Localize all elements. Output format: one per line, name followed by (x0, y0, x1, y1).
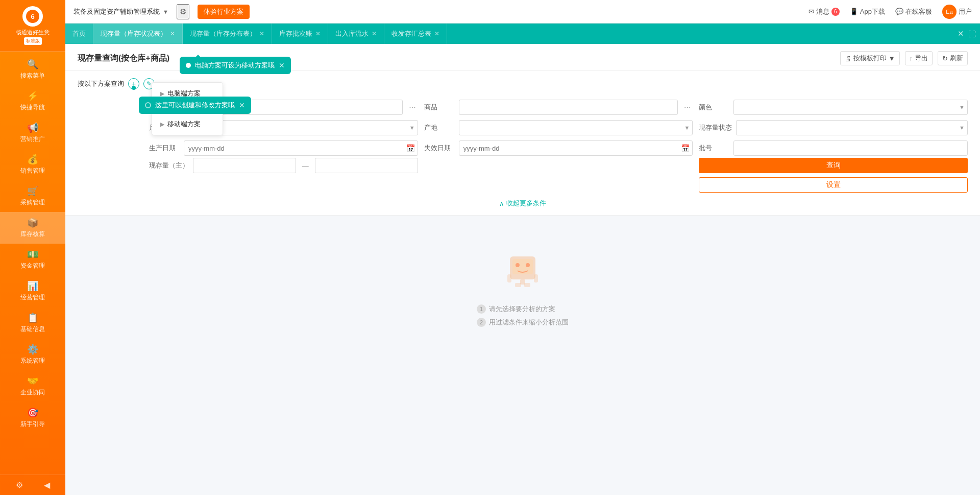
empty-tip-2: 用过滤条件来缩小分析范围 (489, 316, 569, 329)
support-label: 在线客服 (905, 7, 932, 16)
tab-inventory-dist[interactable]: 现存量（库存分布表） ✕ (183, 23, 272, 44)
color-label: 颜色 (699, 103, 729, 112)
message-badge: 6 (831, 8, 840, 16)
empty-tip-1: 请先选择要分析的方案 (489, 302, 555, 316)
gear-button[interactable]: ⚙ (177, 4, 189, 19)
origin-label: 产地 (424, 123, 455, 132)
empty-tip-1-row: 1 请先选择要分析的方案 (477, 302, 569, 316)
production-date-label: 生产日期 (149, 144, 180, 153)
warehouse-dots[interactable]: ··· (407, 103, 418, 112)
collapse-sidebar-button[interactable]: ◀ (44, 480, 50, 490)
app-download-item[interactable]: 📱 App下载 (850, 7, 885, 16)
tooltip-2-close[interactable]: ✕ (239, 101, 245, 109)
batch-input[interactable] (733, 140, 968, 156)
system-name: 装备及固定资产辅助管理系统 ▼ (74, 7, 168, 16)
origin-select[interactable] (459, 120, 693, 135)
tab-batch[interactable]: 库存批次账 ✕ (272, 23, 328, 44)
tab-inventory-status[interactable]: 现存量（库存状况表） ✕ (93, 23, 183, 44)
tab-flow-label: 出入库流水 (335, 29, 369, 38)
filter-add-button[interactable]: + (128, 78, 139, 89)
sidebar-item-guide[interactable]: 🎯 新手引导 (0, 402, 65, 434)
collapse-button[interactable]: ∧ 收起更多条件 (499, 199, 546, 208)
top-header: 装备及固定资产辅助管理系统 ▼ ⚙ 体验行业方案 ✉ 消息 6 📱 App下载 … (65, 0, 980, 23)
tab-flow[interactable]: 出入库流水 ✕ (328, 23, 384, 44)
settings-button[interactable]: ⚙ (16, 480, 23, 490)
tooltip-1-close[interactable]: ✕ (279, 61, 285, 69)
empty-illustration (497, 246, 548, 292)
export-button[interactable]: ↑ 导出 (905, 51, 933, 65)
sidebar-item-basic[interactable]: 📋 基础信息 (0, 307, 65, 339)
sidebar-item-sales[interactable]: 💰 销售管理 (0, 149, 65, 180)
tab-close-all-icon[interactable]: ✕ (958, 29, 964, 38)
print-icon: 🖨 (845, 55, 851, 62)
svg-rect-10 (524, 283, 530, 287)
tab-fullscreen-icon[interactable]: ⛶ (968, 30, 976, 38)
scheme-mobile-item[interactable]: ▶ 移动端方案 (152, 116, 223, 132)
expiry-date-input[interactable] (459, 140, 693, 156)
refresh-button[interactable]: ↻ 刷新 (938, 51, 968, 65)
system-dropdown-icon[interactable]: ▼ (163, 9, 168, 15)
sidebar-item-label: 采购管理 (20, 198, 45, 207)
sidebar-item-label: 新手引导 (20, 420, 45, 429)
range-dash: — (300, 162, 311, 170)
sidebar-item-inventory[interactable]: 📦 库存核算 (0, 212, 65, 244)
user-item[interactable]: Ea 用户 (942, 5, 972, 19)
support-item[interactable]: 💬 在线客服 (895, 7, 932, 16)
tab-inventory-status-close[interactable]: ✕ (170, 31, 175, 37)
stock-qty-min-input[interactable] (193, 158, 296, 173)
tab-home-label: 首页 (72, 29, 86, 38)
reset-button[interactable]: 设置 (699, 177, 968, 193)
message-item[interactable]: ✉ 消息 6 (808, 7, 840, 16)
tree-expand-icon: ▶ (160, 90, 164, 97)
stock-status-select[interactable] (736, 120, 968, 135)
color-select[interactable] (733, 100, 968, 115)
sales-icon: 💰 (27, 154, 38, 165)
tab-batch-close[interactable]: ✕ (315, 31, 321, 37)
guide-icon: 🎯 (27, 407, 38, 418)
product-dots[interactable]: ··· (682, 103, 693, 112)
tab-summary[interactable]: 收发存汇总表 ✕ (384, 23, 447, 44)
search-button[interactable]: 查询 (699, 158, 968, 173)
search-btn-col: 查询 设置 (699, 158, 968, 193)
search-icon: 🔍 (27, 59, 38, 70)
trial-button[interactable]: 体验行业方案 (198, 5, 250, 19)
export-label: 导出 (915, 54, 928, 63)
stock-qty-max-input[interactable] (315, 158, 418, 173)
collapse-label: 收起更多条件 (506, 199, 546, 208)
export-icon: ↑ (910, 55, 913, 62)
sidebar-item-enterprise[interactable]: 🤝 企业协同 (0, 370, 65, 402)
sidebar-item-label: 系统管理 (20, 357, 45, 365)
color-select-wrap: ▼ (733, 100, 968, 115)
sidebar-item-system[interactable]: ⚙️ 系统管理 (0, 339, 65, 370)
tab-inventory-dist-close[interactable]: ✕ (259, 31, 264, 37)
svg-point-5 (526, 263, 530, 267)
product-field: 商品 ··· (424, 100, 693, 115)
print-button[interactable]: 🖨 按模板打印 ▼ (840, 51, 900, 65)
basic-icon: 📋 (27, 312, 38, 323)
logo-badge: 标准版 (24, 37, 42, 45)
logo-text: 畅通道好生意 (16, 29, 50, 36)
dot-indicator (132, 86, 136, 90)
expiry-date-label: 失效日期 (424, 144, 455, 153)
batch-label: 批号 (699, 144, 729, 153)
tooltip-dot-2 (145, 102, 151, 108)
sidebar-item-operation[interactable]: 📊 经营管理 (0, 275, 65, 307)
system-icon: ⚙️ (27, 344, 38, 355)
expiry-date-wrap: 📅 (459, 140, 693, 156)
tab-summary-close[interactable]: ✕ (434, 31, 439, 37)
sidebar-item-search[interactable]: 🔍 搜索菜单 (0, 54, 65, 85)
product-label: 商品 (424, 103, 455, 112)
tab-flow-close[interactable]: ✕ (372, 31, 377, 37)
filter-header: 按以下方案查询 + ✎ « 电脑方案可设为移动方案哦 ✕ ▶ 电 (78, 78, 968, 93)
sidebar-item-purchase[interactable]: 🛒 采购管理 (0, 180, 65, 212)
product-input[interactable] (459, 100, 678, 115)
tab-home[interactable]: 首页 (65, 23, 93, 44)
sidebar-item-finance[interactable]: 💵 资金管理 (0, 244, 65, 275)
sidebar-item-nav[interactable]: ⚡ 快捷导航 (0, 85, 65, 117)
production-date-input[interactable] (184, 140, 418, 156)
tooltip-text-2: 这里可以创建和修改方案哦 (155, 101, 235, 110)
sidebar-item-marketing[interactable]: 📢 营销推广 (0, 117, 65, 149)
expiry-date-field: 失效日期 📅 (424, 140, 693, 156)
support-icon: 💬 (895, 8, 903, 15)
batch-field: 批号 (699, 140, 968, 156)
